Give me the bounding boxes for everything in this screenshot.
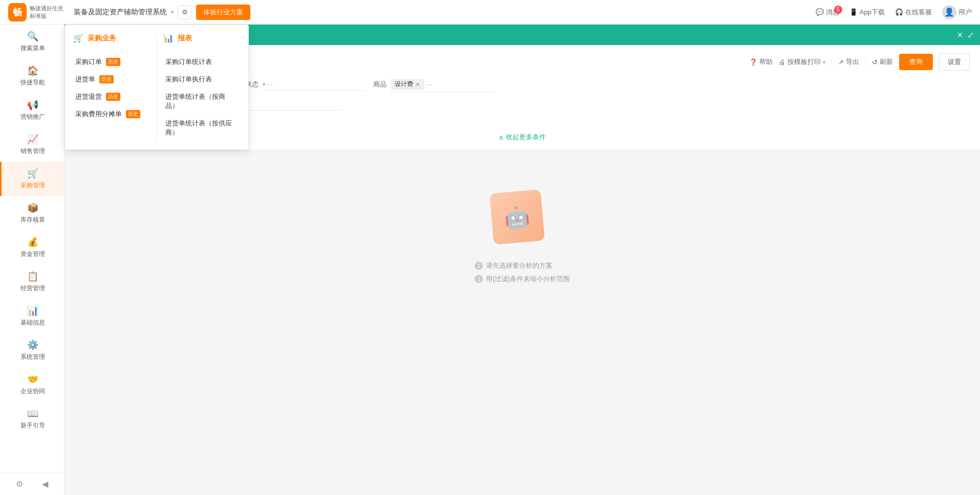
sidebar-bottom: ⚙ ◀ [0, 472, 64, 495]
goods-filter: 商品 设计费 ✕ ··· [373, 77, 493, 92]
purchase-dropdown-menu: 🛒 采购业务 采购订单 历史 进货单 历史 进货退货 历史 采购费用分摊单 历史 [65, 25, 249, 150]
system-icon: ⚙️ [27, 339, 38, 351]
help-button[interactable]: ❓ 帮助 [749, 57, 773, 67]
robot-icon: 🤖 [489, 189, 545, 245]
sidebar-item-guide[interactable]: 📖 新手引导 [0, 402, 64, 436]
menu-item-goods-stat-by-supplier[interactable]: 进货单统计表（按供应商） [163, 115, 241, 141]
system-name-dropdown[interactable]: 装备及固定资产辅助管理系统 ▾ [74, 8, 174, 17]
goods-input[interactable]: 设计费 ✕ ··· [391, 77, 493, 92]
sidebar-collapse-button[interactable]: ◀ [42, 479, 48, 489]
message-badge: 5 [834, 6, 842, 14]
settings-button[interactable]: ⚙ [178, 5, 192, 19]
sidebar-item-quick-nav[interactable]: 🏠 快捷导航 [0, 59, 64, 93]
sidebar-item-finance[interactable]: 💰 资金管理 [0, 230, 64, 265]
message-button[interactable]: 💬 消息 5 [816, 8, 839, 17]
refresh-icon: ↺ [872, 58, 878, 66]
home-icon: 🏠 [27, 65, 38, 76]
purchase-section-icon: 🛒 [73, 33, 83, 43]
menu-item-purchase-expense[interactable]: 采购费用分摊单 历史 [73, 105, 151, 123]
query-button[interactable]: 查询 [899, 54, 933, 70]
empty-state: 🤖 1 请先选择要分析的方案 2 用[过滤]条件来缩小分析范围 [65, 150, 980, 327]
sidebar-item-inventory[interactable]: 📦 库存核算 [0, 196, 64, 230]
goods-receipt-badge: 历史 [99, 75, 114, 83]
refresh-button[interactable]: ↺ 刷新 [872, 57, 893, 67]
message-icon: 💬 [816, 8, 824, 16]
app-container: 畅 畅捷通好生意 标准版 装备及固定资产辅助管理系统 ▾ ⚙ 体验行业方案 💬 … [0, 0, 980, 495]
sales-icon: 📈 [27, 134, 38, 145]
goods-label: 商品 [373, 80, 387, 89]
logo-icon: 畅 [8, 3, 27, 21]
tip-num-1: 1 [475, 262, 483, 270]
logo-text: 畅捷通好生意 标准版 [30, 5, 63, 19]
empty-tips: 1 请先选择要分析的方案 2 用[过滤]条件来缩小分析范围 [475, 259, 569, 286]
export-icon: ↗ [838, 58, 844, 66]
purchase-business-section: 🛒 采购业务 采购订单 历史 进货单 历史 进货退货 历史 采购费用分摊单 历史 [73, 33, 151, 141]
sidebar-item-search[interactable]: 🔍 搜索菜单 [0, 25, 64, 59]
inventory-icon: 📦 [27, 202, 38, 213]
print-template-button[interactable]: 🖨 按模板打印 ▾ [779, 57, 825, 67]
order-status-dots[interactable]: ··· [267, 80, 273, 88]
sidebar-item-operation[interactable]: 📋 经营管理 [0, 265, 64, 299]
tab-expand-icon[interactable]: ⤢ [967, 30, 974, 40]
top-bar-right: 💬 消息 5 📱 App下载 🎧 在线客服 👤 用户 [816, 5, 972, 19]
sidebar-item-system[interactable]: ⚙️ 系统管理 [0, 333, 64, 368]
set-button[interactable]: 设置 [939, 53, 970, 71]
avatar: 👤 [942, 5, 956, 19]
top-bar-left: 畅 畅捷通好生意 标准版 装备及固定资产辅助管理系统 ▾ ⚙ 体验行业方案 [8, 3, 816, 21]
system-name: 装备及固定资产辅助管理系统 [74, 8, 167, 17]
headset-icon: 🎧 [895, 8, 903, 16]
guide-icon: 📖 [27, 408, 38, 419]
collapse-button[interactable]: ∧ 收起更多条件 [499, 133, 546, 142]
operation-icon: 📋 [27, 271, 38, 282]
sidebar: 🔍 搜索菜单 🏠 快捷导航 📢 营销推广 📈 销售管理 🛒 采购管理 📦 [0, 25, 65, 495]
goods-return-badge: 历史 [106, 93, 120, 101]
toolbar-divider [832, 58, 832, 66]
help-icon: ❓ [749, 58, 757, 66]
purchase-report-section: 📊 报表 采购订单统计表 采购订单执行表 进货单统计表（按商品） 进货单统计表（… [163, 33, 241, 141]
empty-tip-2: 2 用[过滤]条件来缩小分析范围 [475, 272, 569, 286]
basic-info-icon: 📊 [27, 305, 38, 316]
enterprise-icon: 🤝 [27, 374, 38, 385]
top-bar: 畅 畅捷通好生意 标准版 装备及固定资产辅助管理系统 ▾ ⚙ 体验行业方案 💬 … [0, 0, 980, 25]
order-status-input[interactable]: ▾ ··· [263, 78, 365, 91]
menu-item-goods-return[interactable]: 进货退货 历史 [73, 88, 151, 105]
order-status-chevron: ▾ [263, 81, 265, 87]
export-button[interactable]: ↗ 导出 [838, 57, 859, 67]
menu-item-goods-stat-by-product[interactable]: 进货单统计表（按商品） [163, 88, 241, 115]
menu-item-purchase-order-exec[interactable]: 采购订单执行表 [163, 71, 241, 88]
tab-close-all-icon[interactable]: ✕ [956, 30, 963, 40]
toolbar-divider2 [865, 58, 866, 66]
tab-bar-right: ✕ ⤢ [956, 30, 980, 40]
empty-illustration: 🤖 [492, 191, 553, 253]
print-chevron-icon: ▾ [823, 59, 825, 65]
phone-icon: 📱 [849, 8, 858, 16]
online-service-button[interactable]: 🎧 在线客服 [895, 8, 932, 17]
menu-item-purchase-order-stat[interactable]: 采购订单统计表 [163, 53, 241, 71]
chevron-down-icon: ▾ [171, 9, 174, 15]
app-download-button[interactable]: 📱 App下载 [849, 8, 885, 17]
goods-tag-close[interactable]: ✕ [415, 81, 420, 88]
logo-area: 畅 畅捷通好生意 标准版 [8, 3, 63, 21]
sidebar-item-marketing[interactable]: 📢 营销推广 [0, 93, 64, 127]
tip-num-2: 2 [475, 275, 483, 283]
search-icon: 🔍 [27, 31, 38, 42]
sidebar-item-sales[interactable]: 📈 销售管理 [0, 127, 64, 162]
sidebar-settings-button[interactable]: ⚙ [16, 479, 23, 489]
purchase-expense-badge: 历史 [126, 110, 140, 118]
finance-icon: 💰 [27, 236, 38, 248]
purchase-report-title: 📊 报表 [163, 33, 241, 47]
menu-item-purchase-order[interactable]: 采购订单 历史 [73, 53, 151, 71]
collapse-icon: ∧ [499, 134, 504, 141]
goods-tag: 设计费 ✕ [391, 79, 424, 90]
page-content: 🤖 1 请先选择要分析的方案 2 用[过滤]条件来缩小分析范围 [65, 150, 980, 495]
industry-button[interactable]: 体验行业方案 [196, 5, 250, 20]
goods-dots[interactable]: ··· [427, 80, 432, 88]
sidebar-item-basic-info[interactable]: 📊 基础信息 [0, 299, 64, 333]
sidebar-item-enterprise[interactable]: 🤝 企业协同 [0, 368, 64, 402]
user-button[interactable]: 👤 用户 [942, 5, 972, 19]
purchase-business-title: 🛒 采购业务 [73, 33, 151, 47]
menu-item-goods-receipt[interactable]: 进货单 历史 [73, 71, 151, 88]
salesperson-input[interactable]: ··· [240, 98, 343, 111]
order-status-filter: 单据状态 ▾ ··· [232, 78, 365, 91]
sidebar-item-purchase[interactable]: 🛒 采购管理 [0, 162, 64, 196]
